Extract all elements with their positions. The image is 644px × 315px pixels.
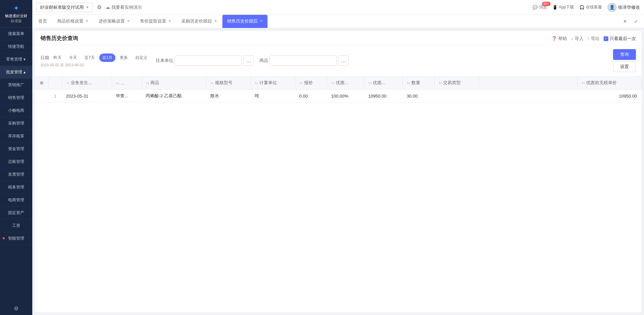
product-input[interactable] <box>270 56 337 66</box>
row-quantity: 30.00 <box>403 90 434 103</box>
only-last-checkbox[interactable]: ✓ <box>604 36 608 41</box>
tab-sales-history[interactable]: 销售历史价跟踪 ✕ <box>222 15 267 28</box>
tab-close-icon[interactable]: ✕ <box>214 19 217 23</box>
sidebar-item-assets[interactable]: 固定资产 <box>0 207 32 219</box>
sidebar-item-inventory[interactable]: 库存核算 <box>0 130 32 143</box>
export-link[interactable]: ↑ 导出 <box>587 36 600 42</box>
row-date: 2023-05-31 <box>62 90 112 103</box>
row-num: 1 <box>48 90 62 103</box>
th-gear[interactable]: ⚙ <box>35 76 48 90</box>
sidebar-item-ecommerce[interactable]: 电商管理 <box>0 194 32 207</box>
logo-version: 标准版 <box>2 19 30 24</box>
sort-icon: ↑↓ <box>299 81 303 85</box>
th-extra[interactable]: ↑↓ ... <box>112 76 142 90</box>
sidebar-item-invoice[interactable]: 发票管理 <box>0 168 32 181</box>
sidebar-item-marketing[interactable]: 营销推广 <box>0 79 32 92</box>
product-filter: 商品 ... <box>259 56 349 66</box>
app-download-button[interactable]: 📱 App下载 <box>552 4 574 10</box>
tab-home[interactable]: 首页 <box>34 15 52 28</box>
sidebar-item-sales[interactable]: 销售管理 <box>0 92 32 104</box>
date-btn-yesterday[interactable]: 昨天 <box>50 54 65 62</box>
data-table: ⚙ ↑↓ 业务发生... ↑↓ ... ↑↓ 商品 <box>35 76 641 103</box>
settings-button[interactable]: 设置 <box>613 61 636 72</box>
user-info[interactable]: 👤 徐泽华修改 <box>607 3 640 12</box>
sort-icon: ↑↓ <box>581 81 585 85</box>
th-product[interactable]: ↑↓ 商品 <box>142 76 206 90</box>
tab-close-btn[interactable]: ✕ <box>620 17 629 26</box>
date-filter: 日期 昨天 今天 近7天 近1月 更多 自定义 2023-05-02 至 202… <box>40 54 150 68</box>
th-unit[interactable]: ↑↓ 计量单位 <box>251 76 295 90</box>
tab-expand-btn[interactable]: ⤢ <box>631 17 640 26</box>
partner-dots-btn[interactable]: ... <box>243 56 254 66</box>
partner-input[interactable] <box>175 56 242 66</box>
th-pretax-price[interactable]: ↑↓ 优惠前无税单价 <box>577 76 641 90</box>
sidebar-item-ecommerce-small[interactable]: 小畅电商 <box>0 104 32 117</box>
user-avatar: 👤 <box>607 3 617 12</box>
tab-close-icon[interactable]: ✕ <box>85 19 88 23</box>
date-btn-last7[interactable]: 近7天 <box>81 54 98 62</box>
online-service-button[interactable]: 🎧 在线客服 <box>579 4 602 10</box>
th-spec[interactable]: ↑↓ 规格型号 <box>206 76 251 90</box>
import-icon: ↓ <box>571 36 573 41</box>
row-price: 0.00 <box>295 90 327 103</box>
sidebar-item-payroll[interactable]: 工资 <box>0 219 32 232</box>
tab-purchase-history[interactable]: 采购历史价跟踪 ✕ <box>177 15 222 28</box>
export-icon: ↑ <box>587 36 590 41</box>
th-discount2[interactable]: ↑↓ 优惠... <box>364 76 402 90</box>
headset-icon: 🎧 <box>579 5 584 10</box>
product-label: 商品 <box>259 58 268 64</box>
th-trans-type[interactable]: ↑↓ 交易类型 <box>434 76 479 90</box>
phone-icon: 📱 <box>552 5 558 10</box>
tab-close-icon[interactable]: ✕ <box>260 19 263 23</box>
top-header: 好业财标准版交付试用 ▼ ⚙ ☁ 我要看实例演示 💬 消息 99+ 📱 App下… <box>32 0 644 15</box>
th-price[interactable]: ↑↓ 报价 <box>295 76 327 90</box>
row-discount1: 100.00% <box>327 90 364 103</box>
date-btn-last1m[interactable]: 近1月 <box>99 54 116 62</box>
row-gear[interactable] <box>35 90 48 103</box>
row-product: 丙烯酸-2-乙基己酯 <box>142 90 206 103</box>
tab-product-price[interactable]: 商品价格设置 ✕ <box>52 15 93 28</box>
row-unit: 吨 <box>251 90 295 103</box>
help-link[interactable]: ❓ 帮助 <box>551 36 567 42</box>
message-badge: 99+ <box>542 2 550 6</box>
tab-purchase-strategy[interactable]: 进价策略设置 ✕ <box>94 15 135 28</box>
query-button[interactable]: 查询 <box>613 49 636 60</box>
table-container: ⚙ ↑↓ 业务发生... ↑↓ ... ↑↓ 商品 <box>35 76 641 312</box>
sidebar-item-account[interactable]: 总账管理 <box>0 155 32 168</box>
sort-icon: ↑↓ <box>255 81 258 85</box>
sidebar-item-finance[interactable]: 资金管理 <box>0 143 32 155</box>
header-settings-icon[interactable]: ⚙ <box>97 4 102 10</box>
message-button[interactable]: 💬 消息 99+ <box>533 4 547 10</box>
tab-sale-extract[interactable]: 售价提取设置 ✕ <box>135 15 176 28</box>
tab-bar: 首页 商品价格设置 ✕ 进价策略设置 ✕ 售价提取设置 ✕ 采购历史价跟踪 ✕ … <box>32 15 644 28</box>
sidebar-item-retail[interactable]: 零售管理 ▼ <box>0 53 32 66</box>
demo-cloud-icon: ☁ <box>106 5 110 10</box>
sidebar-item-tax[interactable]: 税务管理 <box>0 181 32 194</box>
sidebar-item-quicknav[interactable]: 快捷导航 <box>0 40 32 53</box>
th-quantity[interactable]: ↑↓ 数量 <box>403 76 434 90</box>
sort-icon: ↑↓ <box>116 81 119 85</box>
sidebar-item-search[interactable]: 搜索菜单 <box>0 28 32 40</box>
version-label: 好业财标准版交付试用 <box>40 4 84 10</box>
import-link[interactable]: ↓ 导入 <box>571 36 583 42</box>
demo-button[interactable]: ☁ 我要看实例演示 <box>106 4 142 10</box>
logo-name: 畅捷通好业财 <box>2 13 30 19</box>
version-selector[interactable]: 好业财标准版交付试用 ▼ <box>36 3 93 12</box>
date-btn-today[interactable]: 今天 <box>66 54 80 62</box>
sidebar-item-smart[interactable]: 智能管理 <box>0 232 32 245</box>
tab-close-icon[interactable]: ✕ <box>127 19 130 23</box>
sidebar-settings[interactable]: ⚙ <box>0 302 32 315</box>
only-last-checkbox-label[interactable]: ✓ 只看最后一次 <box>604 36 636 42</box>
th-discount1[interactable]: ↑↓ 优惠... <box>327 76 364 90</box>
product-dots-btn[interactable]: ... <box>338 56 349 66</box>
row-trans-type <box>434 90 479 103</box>
chevron-up-icon: ▲ <box>23 70 26 74</box>
date-btn-more[interactable]: 更多 <box>117 54 131 62</box>
tab-close-icon[interactable]: ✕ <box>168 19 171 23</box>
sidebar-item-purchase[interactable]: 采购管理 <box>0 117 32 130</box>
sidebar-item-wholesale[interactable]: 批发管理 ▲ <box>0 66 32 79</box>
th-date[interactable]: ↑↓ 业务发生... <box>62 76 112 90</box>
partner-label: 往来单位 <box>156 58 173 64</box>
date-btn-custom[interactable]: 自定义 <box>132 54 150 62</box>
date-range-text: 2023-05-02 至 2023-06-02 <box>40 63 84 68</box>
